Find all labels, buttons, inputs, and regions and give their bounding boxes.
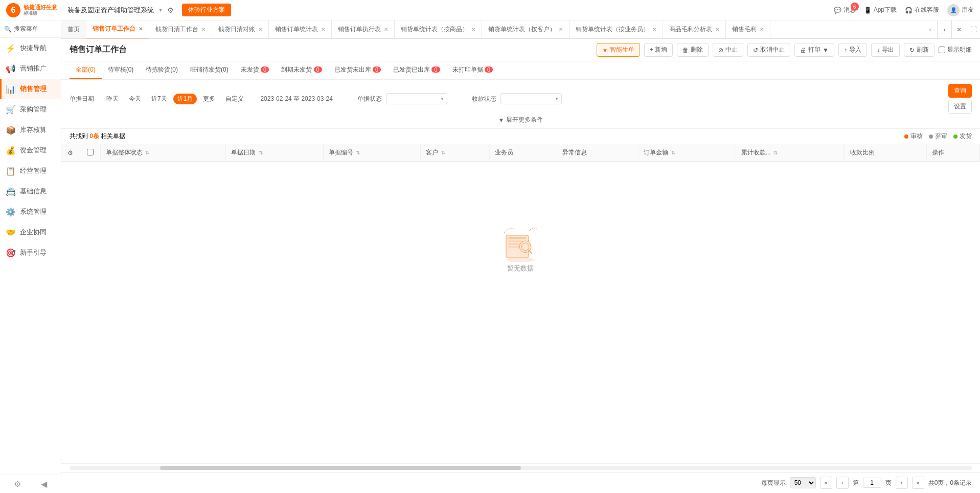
sidebar-item-system[interactable]: ⚙️ 系统管理 (0, 201, 61, 222)
tab-gross-profit-close[interactable]: ✕ (715, 27, 719, 32)
tab-sales-exec-close[interactable]: ✕ (384, 27, 388, 32)
sidebar-collapse-icon[interactable]: ◀ (41, 479, 47, 489)
sub-tab-pending[interactable]: 待审核(0) (102, 61, 140, 79)
page-prev-btn[interactable]: ‹ (836, 477, 849, 489)
sidebar-item-finance[interactable]: 💰 资金管理 (0, 140, 61, 161)
page-next-btn[interactable]: › (896, 477, 908, 489)
sidebar-settings-icon[interactable]: ⚙ (14, 479, 21, 489)
tab-sales-profit-close[interactable]: ✕ (760, 27, 764, 32)
unapprove-btn[interactable]: 弃审 (929, 132, 947, 141)
filter-settings-btn[interactable]: 设置 (948, 100, 972, 114)
th-amount-sort[interactable]: ⇅ (671, 150, 675, 155)
tab-stats-staff[interactable]: 销货单统计表（按业务员） ✕ (569, 20, 663, 39)
sub-tab-wangpu[interactable]: 旺铺待发货(0) (184, 61, 235, 79)
tab-stats-staff-close[interactable]: ✕ (652, 27, 656, 32)
page-last-btn[interactable]: » (912, 477, 924, 489)
tab-sales-stats-close[interactable]: ✕ (321, 27, 325, 32)
approve-btn[interactable]: 审核 (904, 132, 923, 141)
tab-cash-daily-close[interactable]: ✕ (201, 27, 206, 32)
horizontal-scrollbar[interactable] (70, 466, 972, 470)
sidebar-item-operations[interactable]: 📋 经营管理 (0, 161, 61, 181)
tab-sales-workbench-close[interactable]: ✕ (139, 26, 143, 32)
sub-tab-shipped-not-out[interactable]: 已发货未出库 0 (328, 61, 387, 79)
export-btn[interactable]: ↓ 导出 (871, 43, 900, 57)
sub-tab-shipped-out[interactable]: 已发货已出库 0 (387, 61, 446, 79)
message-btn[interactable]: 💬 消息 6 (834, 6, 856, 14)
tab-stats-customer[interactable]: 销货单统计表（按客户） ✕ (482, 20, 569, 39)
th-status-sort[interactable]: ⇅ (145, 150, 149, 155)
date-btn-7days[interactable]: 近7天 (147, 94, 171, 104)
cancel-stop-btn[interactable]: ↺ 取消中止 (747, 43, 790, 57)
tab-gross-profit[interactable]: 商品毛利分析表 ✕ (663, 20, 726, 39)
tab-sales-profit[interactable]: 销售毛利 ✕ (726, 20, 770, 39)
sub-tab-overdue[interactable]: 到期未发货 0 (275, 61, 328, 79)
sub-tab-pending-check[interactable]: 待拣验货(0) (140, 61, 184, 79)
ship-btn[interactable]: 发货 (953, 132, 972, 141)
print-btn[interactable]: 🖨 打印 ▼ (794, 43, 834, 57)
stop-btn[interactable]: ⊘ 中止 (713, 43, 743, 57)
add-btn[interactable]: + 新增 (644, 43, 673, 57)
date-btn-more[interactable]: 更多 (199, 94, 219, 104)
tab-close-all-btn[interactable]: ✕ (951, 20, 966, 39)
delete-btn[interactable]: 🗑 删除 (677, 43, 709, 57)
tab-home[interactable]: 首页 (61, 20, 86, 39)
tab-stats-customer-close[interactable]: ✕ (559, 27, 563, 32)
page-first-btn[interactable]: « (820, 477, 832, 489)
show-detail-checkbox[interactable] (939, 47, 945, 53)
th-date-sort[interactable]: ⇅ (259, 150, 263, 155)
tab-sales-exec[interactable]: 销售订单执行表 ✕ (332, 20, 395, 39)
th-collected-sort[interactable]: ⇅ (773, 150, 778, 155)
status-select[interactable] (386, 93, 447, 104)
payment-select[interactable] (500, 93, 562, 104)
refresh-btn[interactable]: ↻ 刷新 (904, 43, 935, 57)
expand-conditions-btn[interactable]: ▼ 展开更多条件 (498, 116, 543, 124)
quick-nav-icon: ⚡ (6, 43, 16, 53)
show-detail-label[interactable]: 显示明细 (939, 46, 972, 54)
sidebar-item-inventory[interactable]: 📦 库存核算 (0, 120, 61, 140)
sidebar-item-quick-nav[interactable]: ⚡ 快捷导航 (0, 38, 61, 58)
date-btn-yesterday[interactable]: 昨天 (102, 94, 123, 104)
tab-expand-btn[interactable]: ⛶ (966, 20, 980, 39)
online-service-btn[interactable]: 🎧 在线客服 (905, 6, 939, 14)
tab-cash-daily[interactable]: 钱货日清工作台 ✕ (149, 20, 212, 39)
import-btn[interactable]: ↑ 导入 (838, 43, 867, 57)
tab-cash-reconcile[interactable]: 钱货日清对账 ✕ (212, 20, 269, 39)
tab-stats-product-close[interactable]: ✕ (471, 27, 475, 32)
sub-tab-not-shipped[interactable]: 未发货 0 (235, 61, 275, 79)
th-number-sort[interactable]: ⇅ (356, 150, 360, 155)
sidebar-item-purchase[interactable]: 🛒 采购管理 (0, 99, 61, 120)
sidebar-item-newbie[interactable]: 🎯 新手引导 (0, 242, 61, 263)
sub-tab-not-printed[interactable]: 未打印单据 0 (446, 61, 499, 79)
sub-tab-all[interactable]: 全部(0) (70, 61, 102, 79)
summary-actions: 审核 弃审 发货 (904, 132, 972, 141)
column-settings-icon[interactable]: ⚙ (67, 149, 73, 156)
tab-sales-workbench[interactable]: 销售订单工作台 ✕ (86, 20, 149, 39)
tab-cash-reconcile-close[interactable]: ✕ (258, 27, 262, 32)
date-btn-1month[interactable]: 近1月 (173, 94, 197, 104)
sidebar-item-marketing[interactable]: 📢 营销推广 (0, 58, 61, 79)
user-area[interactable]: 👤 用友 (947, 4, 974, 16)
total-text: 共0页，0条记录 (928, 479, 972, 487)
tab-next-btn[interactable]: › (937, 20, 951, 39)
system-dropdown-icon[interactable]: ▼ (158, 7, 163, 13)
sidebar-item-enterprise[interactable]: 🤝 企业协同 (0, 222, 61, 242)
th-ratio: 收款比例 (845, 144, 927, 162)
page-input[interactable] (863, 478, 881, 488)
tab-prev-btn[interactable]: ‹ (923, 20, 937, 39)
trial-btn[interactable]: 体验行业方案 (182, 4, 231, 16)
sidebar-item-sales[interactable]: 📊 销售管理 (0, 79, 61, 99)
th-customer-sort[interactable]: ⇅ (441, 150, 445, 155)
sidebar-item-basic[interactable]: 📇 基础信息 (0, 181, 61, 201)
select-all-checkbox[interactable] (87, 149, 94, 155)
empty-illustration (495, 223, 546, 264)
app-download-btn[interactable]: 📱 App下载 (864, 6, 897, 14)
sidebar-search[interactable]: 🔍 搜索菜单 (0, 20, 61, 38)
tab-sales-stats[interactable]: 销售订单统计表 ✕ (269, 20, 332, 39)
system-settings-icon[interactable]: ⚙ (167, 6, 174, 14)
date-btn-custom[interactable]: 自定义 (221, 94, 248, 104)
page-size-select[interactable]: 50 100 (790, 477, 816, 488)
date-btn-today[interactable]: 今天 (125, 94, 145, 104)
query-btn[interactable]: 查询 (948, 84, 972, 98)
smart-btn[interactable]: ★ 智能生单 (597, 43, 640, 57)
tab-stats-product[interactable]: 销货单统计表（按商品） ✕ (395, 20, 482, 39)
